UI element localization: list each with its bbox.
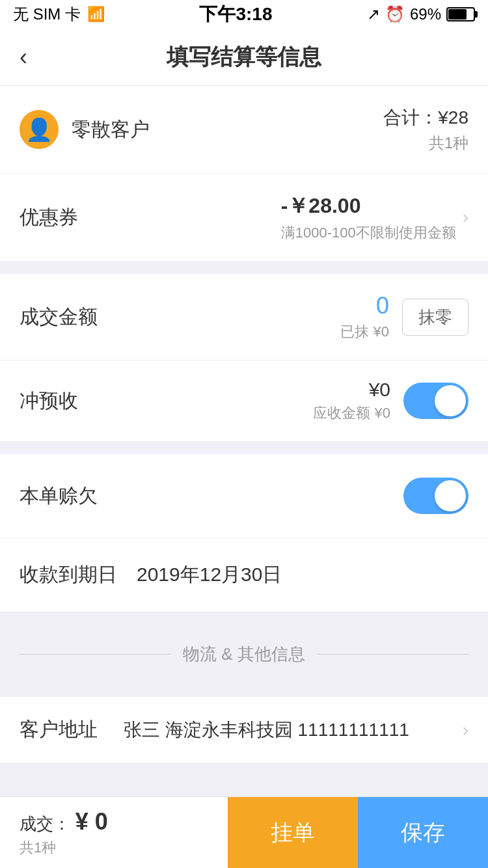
wifi-icon: 📶 [87,6,105,23]
sim-label: 无 SIM 卡 [13,4,81,25]
customer-row: 👤 零散客户 合计：¥28 共1种 [0,86,488,173]
customer-total: 合计：¥28 共1种 [383,105,468,154]
arrears-label: 本单赊欠 [20,483,98,509]
divider-line-right [318,654,468,655]
round-zero-button[interactable]: 抹零 [402,299,468,336]
advance-right: ¥0 应收金额 ¥0 [313,379,468,423]
divider-line-left [20,654,170,655]
customer-name: 零散客户 [72,116,150,143]
due-date-value: 2019年12月30日 [137,562,282,588]
address-value: 张三 海淀永丰科技园 11111111111 [124,718,463,742]
advance-amount-col: ¥0 应收金额 ¥0 [313,379,390,423]
alarm-icon: ⏰ [385,5,405,23]
status-time: 下午3:18 [199,2,272,27]
logistics-section: 物流 & 其他信息 [0,625,488,684]
toggle-knob [435,385,466,416]
total-count: 共1种 [383,133,468,154]
total-label: 合计：¥28 [383,105,468,130]
chevron-right-icon: › [463,207,468,228]
customer-section: 👤 零散客户 合计：¥28 共1种 优惠券 -￥28.00 满1000-100不… [0,86,488,261]
arrears-section: 本单赊欠 收款到期日 2019年12月30日 [0,454,488,612]
status-right: ↗ ⏰ 69% [367,5,475,23]
battery-percent: 69% [410,5,441,23]
deal-amount-row: 成交金额 0 已抹 ¥0 抹零 [0,274,488,360]
coupon-discount: -￥28.00 [281,192,456,221]
customer-info: 👤 零散客户 [20,110,150,149]
advance-sub: 应收金额 ¥0 [313,403,390,423]
deal-amount-col: 0 已抹 ¥0 [340,292,389,342]
bottom-bar: 成交： ¥ 0 共1种 挂单 保存 [0,796,488,868]
coupon-desc: 满1000-100不限制使用金额 [281,223,456,243]
arrears-toggle[interactable] [403,478,468,514]
bottom-deal-row: 成交： ¥ 0 [20,808,208,835]
page-title: 填写结算等信息 [167,42,321,72]
deal-amount-section: 成交金额 0 已抹 ¥0 抹零 冲预收 ¥0 应收金额 ¥0 [0,274,488,441]
due-date-row: 收款到期日 2019年12月30日 [0,537,488,612]
deal-amount-value: 0 [340,292,389,319]
save-button[interactable]: 保存 [358,797,488,869]
location-icon: ↗ [367,5,380,23]
address-label: 客户地址 [20,716,98,743]
advance-amount: ¥0 [313,379,390,401]
nav-bar: ‹ 填写结算等信息 [0,29,488,86]
advance-toggle[interactable] [403,383,468,419]
coupon-value: -￥28.00 满1000-100不限制使用金额 [281,192,456,243]
bottom-deal-info: 成交： ¥ 0 共1种 [0,808,228,858]
avatar-icon: 👤 [25,116,53,142]
logistics-label: 物流 & 其他信息 [183,643,305,666]
deal-amount-sub: 已抹 ¥0 [340,322,389,342]
arrears-row: 本单赊欠 [0,454,488,537]
deal-amount-label: 成交金额 [20,304,98,331]
coupon-row[interactable]: 优惠券 -￥28.00 满1000-100不限制使用金额 › [0,173,488,261]
hold-button[interactable]: 挂单 [228,797,358,869]
status-bar: 无 SIM 卡 📶 下午3:18 ↗ ⏰ 69% [0,0,488,29]
advance-label: 冲预收 [20,388,78,414]
coupon-label: 优惠券 [20,204,78,231]
deal-amount-right: 0 已抹 ¥0 抹零 [340,292,468,342]
bottom-deal-amount: ¥ 0 [75,808,108,835]
address-section: 客户地址 张三 海淀永丰科技园 11111111111 › [0,697,488,763]
advance-row: 冲预收 ¥0 应收金额 ¥0 [0,360,488,441]
due-date-label: 收款到期日 [20,562,117,588]
address-chevron-icon: › [463,720,468,740]
arrears-toggle-knob [435,480,466,511]
address-row[interactable]: 客户地址 张三 海淀永丰科技园 11111111111 › [0,697,488,763]
bottom-deal-label: 成交： [20,814,70,834]
avatar: 👤 [20,110,59,149]
back-button[interactable]: ‹ [20,44,27,71]
battery-icon [446,7,475,21]
logistics-divider: 物流 & 其他信息 [0,625,488,684]
coupon-right: -￥28.00 满1000-100不限制使用金额 › [281,192,468,243]
status-left: 无 SIM 卡 📶 [13,4,105,25]
bottom-deal-count: 共1种 [20,838,208,858]
